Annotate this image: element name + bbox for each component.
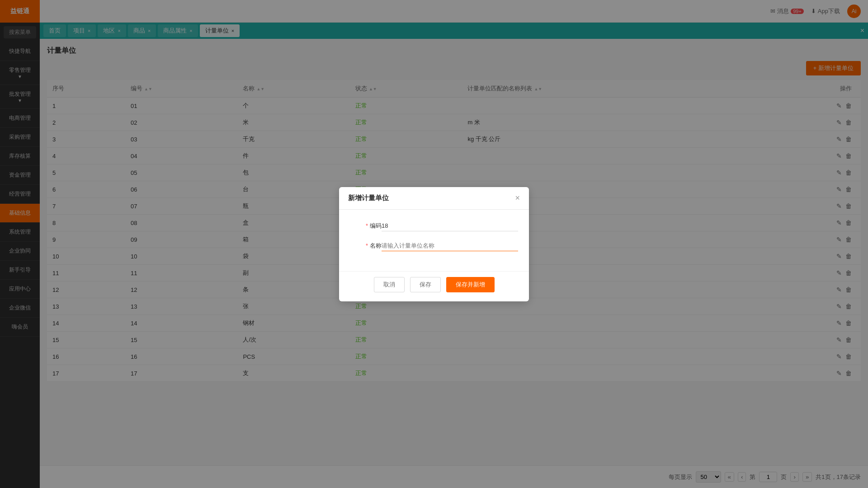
modal-overlay: 新增计量单位 × *编码 *名称 取消 保存 保存并新增: [0, 0, 868, 488]
form-label-code: *编码: [350, 222, 382, 230]
form-label-name: *名称: [350, 242, 382, 250]
code-input[interactable]: [382, 221, 518, 231]
name-input[interactable]: [382, 240, 518, 251]
form-row-code: *编码: [350, 221, 518, 231]
add-unit-modal: 新增计量单位 × *编码 *名称 取消 保存 保存并新增: [339, 187, 529, 301]
save-and-new-button[interactable]: 保存并新增: [446, 277, 495, 292]
modal-footer: 取消 保存 保存并新增: [339, 271, 529, 301]
modal-header: 新增计量单位 ×: [339, 187, 529, 210]
modal-body: *编码 *名称: [339, 210, 529, 267]
cancel-button[interactable]: 取消: [374, 277, 405, 292]
save-button[interactable]: 保存: [410, 277, 441, 292]
required-mark: *: [366, 242, 368, 249]
modal-close-button[interactable]: ×: [515, 193, 520, 203]
required-mark: *: [366, 222, 368, 229]
form-row-name: *名称: [350, 240, 518, 251]
modal-title: 新增计量单位: [348, 194, 389, 202]
